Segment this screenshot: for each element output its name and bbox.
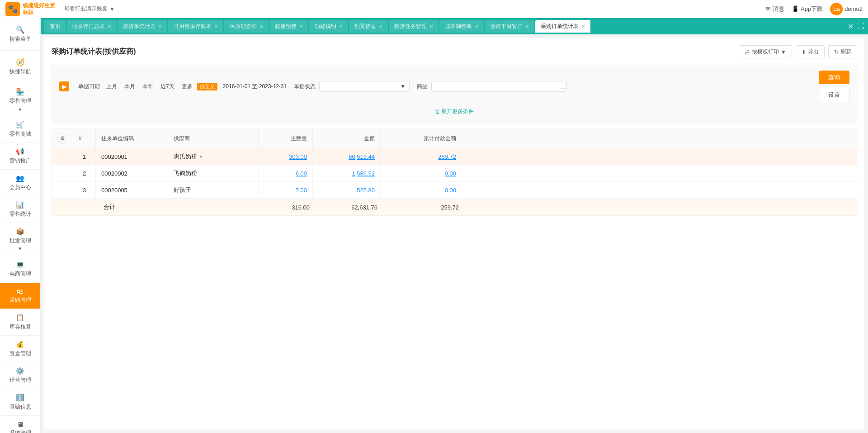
tab-overstock-warning[interactable]: 超储预警 ✕: [269, 20, 308, 33]
td-code: 00020002: [96, 165, 168, 182]
goods-input-more-icon[interactable]: …: [560, 82, 567, 90]
tab-expiry-query[interactable]: 保质期查询 ✕: [224, 20, 269, 33]
info-icon: ℹ️: [16, 394, 24, 402]
tab-cost-adjustment[interactable]: 成本调整单 ✕: [439, 20, 484, 33]
tab-home[interactable]: 首页: [44, 20, 66, 33]
sidebar: 🔍 搜索菜单 🧭 快捷导航 🏪 零售管理 ▲ 🛒 零售商城 📢 营销推广 👥 会…: [0, 18, 41, 433]
tab-config-info[interactable]: 配置信息 ✕: [349, 20, 388, 33]
date-shortcuts: 上月 本月 本年 近7天 更多 自定义: [104, 82, 217, 91]
template-print-button[interactable]: 🖨 按模板打印 ▼: [739, 45, 792, 58]
tab-close-icon[interactable]: ✕: [525, 24, 529, 29]
sidebar-item-marketing[interactable]: 📢 营销推广: [0, 143, 40, 170]
system-icon: 🖥: [17, 420, 24, 428]
tab-close-icon[interactable]: ✕: [259, 24, 263, 29]
table-row[interactable]: 2 00020002 飞鹤奶粉 6.00 1,586.52 0.00: [52, 165, 857, 182]
search-menu-button[interactable]: 🔍 搜索菜单: [0, 23, 40, 46]
tab-close-icon[interactable]: ✕: [475, 24, 478, 29]
goods-input[interactable]: [431, 81, 567, 92]
tab-purchase-order-stats[interactable]: 采购订单统计表 ✕: [535, 20, 590, 33]
top-bar-left: 🐾 畅捷通好生意 标版 母婴行业演示账套 ▼: [5, 2, 115, 16]
sidebar-item-operations[interactable]: ⚙️ 经营管理: [0, 362, 40, 389]
expand-more-button[interactable]: ⊻ 展开更多条件: [435, 106, 474, 117]
tab-close-icon[interactable]: ✕: [581, 24, 585, 29]
tab-bar-actions: ✕ ⛶: [848, 22, 864, 31]
td-num: 2: [73, 165, 96, 182]
message-button[interactable]: ✉ 消息: [766, 5, 784, 13]
tab-close-icon[interactable]: ✕: [158, 24, 162, 29]
td-amount: 525.80: [313, 182, 381, 199]
export-button[interactable]: ⬇ 导出: [796, 45, 825, 58]
tab-available-stock[interactable]: 可用量库存账本 ✕: [168, 20, 223, 33]
tab-close-all-button[interactable]: ✕: [848, 22, 854, 31]
data-table: ⚙ # 往来单位编码 供应商 主数量 金额 累计付款金额: [52, 129, 857, 199]
table-body: 1 00020001 惠氏奶粉 ▼ 303.00 60,519.44 259.7…: [52, 148, 857, 199]
status-select[interactable]: ▼: [319, 81, 410, 92]
td-check: [52, 148, 73, 165]
ecommerce-icon: 💻: [16, 261, 24, 269]
breadcrumb: 母婴行业演示账套 ▼: [64, 5, 115, 13]
th-amount: 金额: [313, 129, 381, 148]
table-row[interactable]: 1 00020001 惠氏奶粉 ▼ 303.00 60,519.44 259.7…: [52, 148, 857, 165]
sidebar-item-retail-store[interactable]: 🛒 零售商城: [0, 116, 40, 143]
date-shortcut-this-year[interactable]: 本年: [140, 82, 156, 91]
quick-nav-button[interactable]: 🧭 快捷导航: [0, 55, 40, 78]
date-shortcut-last-month[interactable]: 上月: [104, 82, 120, 91]
quick-nav-section: 🧭 快捷导航: [0, 51, 40, 83]
member-icon: 👥: [16, 174, 24, 182]
th-code: 往来单位编码: [96, 129, 168, 148]
refresh-button[interactable]: ↻ 刷新: [828, 45, 857, 58]
td-paid: 0.00: [381, 165, 462, 182]
avatar: Ea: [830, 3, 843, 15]
th-settings: ⚙: [52, 129, 73, 148]
user-profile[interactable]: Ea demo2: [830, 3, 863, 15]
sidebar-item-purchase[interactable]: 🛍 采购管理: [0, 283, 40, 309]
table-header-row: ⚙ # 往来单位编码 供应商 主数量 金额 累计付款金额: [52, 129, 857, 148]
sidebar-item-retail-stats[interactable]: 📊 零售统计: [0, 196, 40, 223]
sidebar-item-wholesale[interactable]: 📦 批发管理 ▼: [0, 223, 40, 256]
td-qty: 7.00: [259, 182, 313, 199]
th-empty: [462, 129, 857, 148]
date-shortcut-more[interactable]: 更多: [179, 82, 195, 91]
settings-button[interactable]: 设置: [819, 88, 849, 102]
tab-close-icon[interactable]: ✕: [429, 24, 433, 29]
tab-receive-summary[interactable]: 收发存汇总表 ✕: [67, 20, 117, 33]
page-actions: 🖨 按模板打印 ▼ ⬇ 导出 ↻ 刷新: [739, 45, 857, 58]
tab-feature-desc[interactable]: 功能说明 ✕: [309, 20, 348, 33]
th-paid: 累计付款金额: [381, 129, 462, 148]
sidebar-item-system[interactable]: 🖥 系统管理: [0, 416, 40, 433]
main-layout: 🔍 搜索菜单 🧭 快捷导航 🏪 零售管理 ▲ 🛒 零售商城 📢 营销推广 👥 会…: [0, 18, 868, 433]
td-code: 00020005: [96, 182, 168, 199]
tab-invite-downstream[interactable]: 邀请下游客户 ✕: [485, 20, 534, 33]
tab-close-icon[interactable]: ✕: [108, 24, 111, 29]
refresh-icon: ↻: [834, 49, 839, 55]
sidebar-item-inventory[interactable]: 📋 库存核算: [0, 309, 40, 336]
tab-close-icon[interactable]: ✕: [214, 24, 218, 29]
tab-picking-task[interactable]: 拣货任务管理 ✕: [389, 20, 439, 33]
sidebar-item-basic-info[interactable]: ℹ️ 基础信息: [0, 389, 40, 416]
filter-toggle-button[interactable]: ▶: [59, 81, 69, 91]
query-button[interactable]: 查询: [819, 71, 849, 84]
wholesale-icon: 📦: [16, 228, 24, 236]
date-shortcut-this-month[interactable]: 本月: [122, 82, 138, 91]
table-row[interactable]: 3 00020005 好孩子 7.00 525.80 0.00: [52, 182, 857, 199]
tab-maximize-button[interactable]: ⛶: [857, 22, 864, 30]
sidebar-item-member-center[interactable]: 👥 会员中心: [0, 170, 40, 196]
tab-close-icon[interactable]: ✕: [299, 24, 303, 29]
td-num: 1: [73, 148, 96, 165]
tab-close-icon[interactable]: ✕: [379, 24, 382, 29]
custom-date-tag[interactable]: 自定义: [197, 83, 217, 90]
logo-icon: 🐾: [5, 2, 20, 16]
app-download-button[interactable]: 📱 App下载: [792, 5, 823, 13]
page-content: 采购订单统计表(按供应商) 🖨 按模板打印 ▼ ⬇ 导出 ↻: [41, 34, 868, 433]
column-settings-icon[interactable]: ⚙: [57, 133, 67, 143]
td-supplier: 好孩子: [168, 182, 259, 199]
tab-close-icon[interactable]: ✕: [339, 24, 343, 29]
date-shortcut-7days[interactable]: 近7天: [158, 82, 177, 91]
sidebar-item-ecommerce[interactable]: 💻 电商管理: [0, 256, 40, 283]
tab-goods-stats[interactable]: 要货单统计表 ✕: [118, 20, 167, 33]
th-num: #: [73, 129, 96, 148]
app-download-icon: 📱: [792, 5, 799, 12]
goods-filter-group: 商品 …: [417, 81, 567, 92]
sidebar-item-retail-management[interactable]: 🏪 零售管理 ▲: [0, 83, 40, 116]
sidebar-item-finance[interactable]: 💰 资金管理: [0, 336, 40, 362]
